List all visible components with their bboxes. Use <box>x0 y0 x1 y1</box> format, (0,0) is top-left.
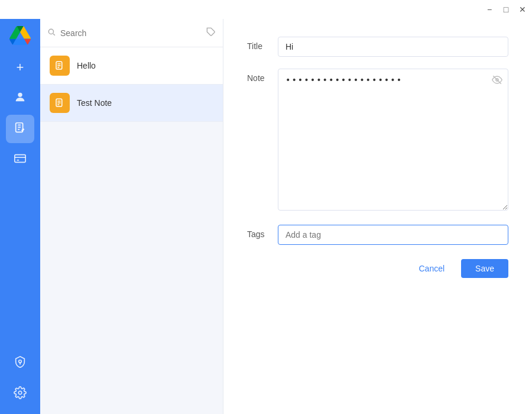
search-icon <box>47 28 56 38</box>
notes-list-panel: Hello Test Note <box>40 19 223 414</box>
search-input[interactable] <box>60 28 202 38</box>
sidebar: + <box>0 19 40 414</box>
security-icon <box>14 355 27 371</box>
cancel-button[interactable]: Cancel <box>409 259 454 278</box>
sidebar-item-cards[interactable] <box>6 145 34 174</box>
app-container: + <box>0 19 532 414</box>
tag-icon[interactable] <box>206 27 216 39</box>
eye-icon[interactable] <box>492 75 502 88</box>
svg-line-12 <box>53 34 55 35</box>
note-textarea[interactable]: ••••••••••••••••••• <box>278 69 508 211</box>
action-row: Cancel Save <box>247 259 508 278</box>
maximize-button[interactable]: □ <box>501 5 511 14</box>
svg-point-0 <box>18 92 22 96</box>
title-label: Title <box>247 37 268 51</box>
note-title-2: Test Note <box>77 98 112 108</box>
notes-list: Hello Test Note <box>40 47 223 122</box>
sidebar-item-security[interactable] <box>6 349 34 377</box>
cards-icon <box>14 152 27 168</box>
sidebar-item-settings[interactable] <box>6 380 34 408</box>
note-item-2[interactable]: Test Note <box>40 85 223 122</box>
title-input[interactable] <box>278 37 508 57</box>
svg-point-8 <box>19 360 22 363</box>
account-icon <box>14 90 27 106</box>
save-button[interactable]: Save <box>461 259 508 278</box>
minimize-button[interactable]: − <box>485 5 494 14</box>
note-title-1: Hello <box>77 61 96 70</box>
tags-field <box>278 225 508 245</box>
sidebar-item-account[interactable] <box>6 84 34 112</box>
title-field <box>278 37 508 57</box>
note-field: ••••••••••••••••••• <box>278 69 508 213</box>
search-bar <box>40 19 223 47</box>
main-content: Title Note ••••••••••••••••••• T <box>223 19 532 414</box>
notes-icon <box>14 121 27 137</box>
tags-row: Tags <box>247 225 508 245</box>
sidebar-item-add[interactable]: + <box>6 53 34 82</box>
tag-input[interactable] <box>278 225 508 245</box>
note-label: Note <box>247 69 268 83</box>
note-row: Note ••••••••••••••••••• <box>247 69 508 213</box>
svg-point-11 <box>48 29 53 34</box>
sidebar-item-notes[interactable] <box>6 115 34 143</box>
app-logo <box>8 24 32 47</box>
svg-point-10 <box>18 391 22 394</box>
note-icon-1 <box>50 56 70 76</box>
note-icon-2 <box>50 93 70 113</box>
note-item-1[interactable]: Hello <box>40 47 223 85</box>
svg-rect-5 <box>15 154 25 162</box>
title-row: Title <box>247 37 508 57</box>
tags-label: Tags <box>247 225 268 239</box>
sidebar-bottom <box>6 348 34 409</box>
settings-icon <box>14 386 27 402</box>
title-bar: − □ ✕ <box>0 0 532 19</box>
add-icon: + <box>17 60 24 75</box>
close-button[interactable]: ✕ <box>518 5 527 14</box>
